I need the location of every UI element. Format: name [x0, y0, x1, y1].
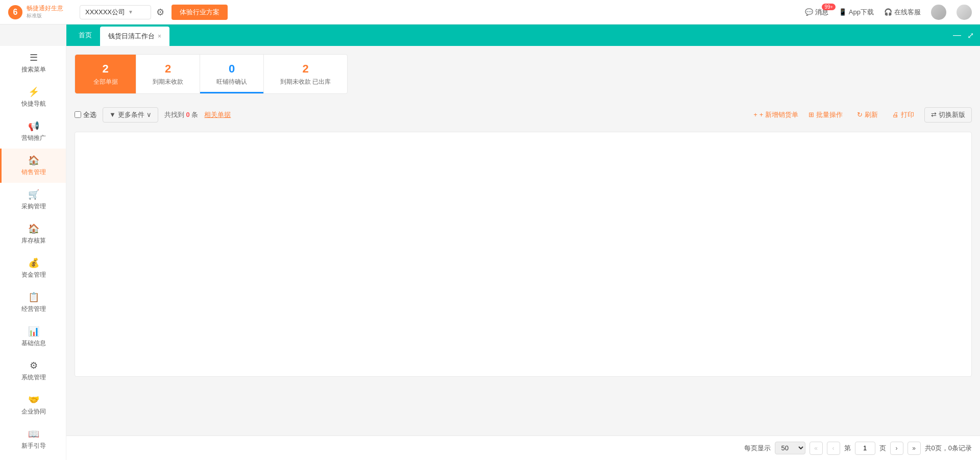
plus-icon: +	[753, 111, 757, 118]
sidebar-label-guide: 新手引导	[21, 442, 46, 450]
sidebar-item-marketing[interactable]: 📢 营销推广	[0, 114, 66, 149]
avatar[interactable]	[931, 5, 946, 20]
print-button[interactable]: 🖨 打印	[888, 108, 918, 122]
sidebar-label-quick-nav: 快捷导航	[21, 100, 46, 108]
trial-button[interactable]: 体验行业方案	[172, 5, 228, 20]
sidebar-item-quick-nav[interactable]: ⚡ 快捷导航	[0, 80, 66, 114]
marketing-icon: 📢	[28, 120, 39, 132]
headset-icon: 🎧	[884, 8, 892, 16]
print-icon: 🖨	[892, 111, 899, 118]
tab-collapse-button[interactable]: —	[951, 29, 963, 42]
stat-card-due-unshipped[interactable]: 2 到期未收款 已出库	[264, 55, 347, 93]
filter-chevron-icon: ∨	[146, 111, 152, 118]
message-area[interactable]: 💬 消息 99+	[805, 8, 828, 17]
tab-qianghuo[interactable]: 钱货日清工作台 ×	[100, 27, 169, 46]
page-suffix: 页	[879, 444, 886, 453]
stat-card-pending[interactable]: 0 旺铺待确认	[200, 55, 264, 93]
filter-button[interactable]: ▼ 更多条件 ∨	[103, 107, 158, 123]
stat-number-pending: 0	[216, 62, 247, 77]
sidebar-item-purchase[interactable]: 🛒 采购管理	[0, 183, 66, 217]
tab-home[interactable]: 首页	[70, 25, 100, 46]
tab-expand-button[interactable]: ⤢	[965, 29, 976, 42]
base-info-icon: 📊	[28, 326, 39, 337]
select-all-checkbox-label[interactable]: 全选	[75, 110, 96, 119]
company-dropdown-arrow: ▼	[128, 9, 133, 15]
page-label: 第	[844, 444, 851, 453]
sidebar-item-operations[interactable]: 📋 经营管理	[0, 285, 66, 320]
stat-label-pending: 旺铺待确认	[216, 78, 247, 86]
company-selector[interactable]: XXXXXX公司 ▼	[80, 5, 151, 19]
message-badge: 99+	[822, 4, 835, 10]
sidebar-label-marketing: 营销推广	[21, 134, 46, 142]
sidebar-item-app-center[interactable]: 📦 应用中心	[0, 456, 66, 460]
stat-card-underline	[200, 92, 263, 93]
switch-version-button[interactable]: ⇄ 切换新版	[924, 107, 972, 123]
page-number-input[interactable]	[855, 442, 875, 455]
tab-actions: — ⤢	[951, 29, 976, 42]
stat-card-all[interactable]: 2 全部单据	[75, 55, 136, 93]
sidebar-label-base-info: 基础信息	[21, 339, 46, 348]
stat-label-due-unpaid: 到期未收款	[153, 78, 183, 86]
related-orders-link[interactable]: 相关单据	[204, 110, 231, 119]
sidebar-item-guide[interactable]: 📖 新手引导	[0, 422, 66, 456]
stat-number-all: 2	[91, 62, 119, 77]
logo-area: 6 畅捷通好生意 标准版	[8, 5, 75, 20]
result-text: 共找到 0 条	[164, 110, 198, 119]
toolbar: 全选 ▼ 更多条件 ∨ 共找到 0 条 相关单据 + + 新增销货单	[75, 102, 972, 128]
sidebar-item-enterprise[interactable]: 🤝 企业协同	[0, 388, 66, 422]
sidebar-item-search-menu[interactable]: ☰ 搜索菜单	[0, 46, 66, 80]
message-icon: 💬	[805, 8, 813, 16]
capital-icon: 💰	[28, 257, 39, 269]
sidebar-item-base-info[interactable]: 📊 基础信息	[0, 320, 66, 354]
per-page-label: 每页显示	[744, 444, 771, 453]
tab-close-icon[interactable]: ×	[158, 33, 161, 40]
switch-icon: ⇄	[931, 111, 937, 118]
search-menu-icon: ☰	[30, 52, 38, 63]
sidebar-label-enterprise: 企业协同	[21, 407, 46, 416]
topbar-right: 💬 消息 99+ 📱 App下载 🎧 在线客服	[805, 5, 972, 20]
new-order-button[interactable]: + + 新增销货单	[753, 110, 798, 119]
filter-icon: ▼	[109, 111, 116, 118]
logo-sub: 标准版	[27, 12, 63, 19]
company-name: XXXXXX公司	[85, 8, 125, 17]
online-service[interactable]: 🎧 在线客服	[884, 8, 921, 17]
stat-label-due-unshipped: 到期未收款 已出库	[280, 78, 331, 86]
per-page-select[interactable]: 50 100 200	[775, 442, 805, 454]
enterprise-icon: 🤝	[28, 394, 39, 405]
batch-op-button[interactable]: ⊞ 批量操作	[804, 108, 847, 122]
sidebar: ☰ 搜索菜单 ⚡ 快捷导航 📢 营销推广 🏠 销售管理 🛒 采购管理 🏠 库存核…	[0, 46, 66, 460]
sidebar-item-capital[interactable]: 💰 资金管理	[0, 251, 66, 285]
sidebar-item-sales[interactable]: 🏠 销售管理	[0, 149, 66, 183]
stat-card-due-unpaid[interactable]: 2 到期未收款	[136, 55, 200, 93]
refresh-icon: ↻	[857, 111, 863, 118]
app-download[interactable]: 📱 App下载	[839, 8, 874, 17]
batch-icon: ⊞	[808, 111, 814, 118]
toolbar-right: + + 新增销货单 ⊞ 批量操作 ↻ 刷新 🖨 打印 ⇄ 切换新版	[753, 107, 972, 123]
avatar-secondary[interactable]	[957, 5, 972, 20]
main-content: 2 全部单据 2 到期未收款 0 旺铺待确认 2 到期未收款 已出库	[66, 46, 980, 460]
next-page-button[interactable]: ›	[890, 442, 903, 455]
toolbar-left: 全选 ▼ 更多条件 ∨ 共找到 0 条 相关单据	[75, 107, 231, 123]
purchase-icon: 🛒	[28, 189, 39, 200]
result-count: 0	[186, 111, 190, 118]
sidebar-item-system[interactable]: ⚙ 系统管理	[0, 354, 66, 388]
stat-number-due-unshipped: 2	[280, 62, 331, 77]
settings-icon[interactable]: ⚙	[156, 7, 164, 18]
sidebar-item-inventory[interactable]: 🏠 库存核算	[0, 217, 66, 251]
sidebar-label-capital: 资金管理	[21, 271, 46, 279]
sales-icon: 🏠	[28, 155, 39, 166]
sidebar-label-operations: 经营管理	[21, 305, 46, 313]
system-icon: ⚙	[30, 360, 38, 371]
table-empty-state	[75, 132, 971, 376]
first-page-button[interactable]: «	[810, 442, 823, 455]
select-all-checkbox[interactable]	[75, 111, 81, 118]
pagination-summary: 共0页，0条记录	[925, 444, 972, 453]
sidebar-label-inventory: 库存核算	[21, 236, 46, 245]
layout: ☰ 搜索菜单 ⚡ 快捷导航 📢 营销推广 🏠 销售管理 🛒 采购管理 🏠 库存核…	[0, 46, 980, 460]
sidebar-label-search-menu: 搜索菜单	[21, 65, 46, 74]
stat-label-all: 全部单据	[91, 78, 119, 86]
last-page-button[interactable]: »	[908, 442, 921, 455]
refresh-button[interactable]: ↻ 刷新	[853, 108, 882, 122]
prev-page-button[interactable]: ‹	[827, 442, 840, 455]
sidebar-label-sales: 销售管理	[21, 168, 46, 177]
